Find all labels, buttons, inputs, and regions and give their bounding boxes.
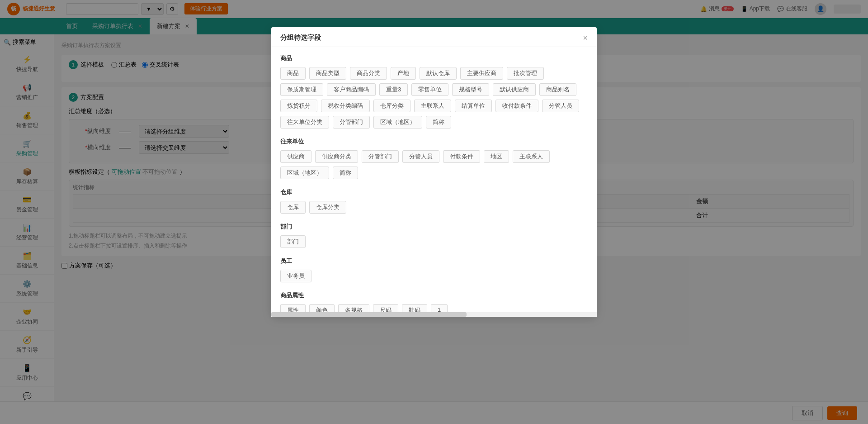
field-tag[interactable]: 分管人员 bbox=[402, 150, 439, 163]
field-tag[interactable]: 结算单位 bbox=[455, 100, 492, 112]
field-tag[interactable]: 地区 bbox=[484, 150, 509, 163]
field-tag[interactable]: 拣货积分 bbox=[280, 100, 317, 112]
field-tag[interactable]: 尺码 bbox=[373, 304, 398, 312]
field-group-partner-title: 往来单位 bbox=[280, 138, 588, 146]
field-tag[interactable]: 1 bbox=[431, 304, 448, 312]
field-tag[interactable]: 默认仓库 bbox=[420, 67, 457, 80]
field-group-department: 部门 部门 bbox=[280, 223, 588, 248]
field-tag[interactable]: 简称 bbox=[426, 116, 451, 129]
field-group-goods-title: 商品 bbox=[280, 54, 588, 62]
field-tag[interactable]: 默认供应商 bbox=[493, 83, 536, 96]
field-tags-employee: 业务员 bbox=[280, 270, 588, 282]
field-tags-partner: 供应商 供应商分类 分管部门 分管人员 付款条件 地区 主联系人 区域（地区） … bbox=[280, 150, 588, 179]
field-tag[interactable]: 主要供应商 bbox=[460, 67, 503, 80]
modal-dialog: 分组待选字段 × 商品 商品 商品类型 商品分类 产地 默认仓库 主要供应商 批… bbox=[271, 27, 597, 317]
field-tag[interactable]: 仓库分类 bbox=[309, 201, 346, 214]
field-group-department-title: 部门 bbox=[280, 223, 588, 231]
field-tag[interactable]: 商品别名 bbox=[539, 83, 576, 96]
field-tag[interactable]: 商品 bbox=[280, 67, 306, 80]
field-tag[interactable]: 往来单位分类 bbox=[280, 116, 329, 129]
modal-body: 商品 商品 商品类型 商品分类 产地 默认仓库 主要供应商 批次管理 保质期管理… bbox=[271, 47, 597, 312]
modal-overlay: 分组待选字段 × 商品 商品 商品类型 商品分类 产地 默认仓库 主要供应商 批… bbox=[0, 0, 868, 424]
field-tag[interactable]: 税收分类编码 bbox=[321, 100, 370, 112]
field-tag[interactable]: 规格型号 bbox=[452, 83, 489, 96]
field-tag[interactable]: 批次管理 bbox=[507, 67, 544, 80]
field-group-employee-title: 员工 bbox=[280, 257, 588, 265]
modal-header: 分组待选字段 × bbox=[271, 27, 597, 47]
field-tags-product-attr: 属性 颜色 多规格 尺码 鞋码 1 bbox=[280, 304, 588, 312]
field-tag[interactable]: 客户商品编码 bbox=[327, 83, 376, 96]
field-tags-department: 部门 bbox=[280, 235, 588, 248]
field-group-warehouse: 仓库 仓库 仓库分类 bbox=[280, 188, 588, 214]
field-tag[interactable]: 保质期管理 bbox=[280, 83, 323, 96]
field-tag[interactable]: 分管人员 bbox=[542, 100, 579, 112]
modal-title: 分组待选字段 bbox=[280, 33, 321, 42]
field-tag[interactable]: 收付款条件 bbox=[495, 100, 538, 112]
field-group-employee: 员工 业务员 bbox=[280, 257, 588, 282]
field-tag[interactable]: 业务员 bbox=[280, 270, 311, 282]
field-tag[interactable]: 鞋码 bbox=[402, 304, 427, 312]
field-tags-warehouse: 仓库 仓库分类 bbox=[280, 201, 588, 214]
field-tag[interactable]: 供应商分类 bbox=[315, 150, 358, 163]
field-group-goods: 商品 商品 商品类型 商品分类 产地 默认仓库 主要供应商 批次管理 保质期管理… bbox=[280, 54, 588, 129]
field-tag[interactable]: 分管部门 bbox=[333, 116, 370, 129]
modal-hscroll[interactable] bbox=[271, 312, 597, 317]
field-tag[interactable]: 部门 bbox=[280, 235, 306, 248]
field-tag[interactable]: 区域（地区） bbox=[280, 167, 329, 179]
field-tag[interactable]: 商品分类 bbox=[350, 67, 387, 80]
field-tag[interactable]: 重量3 bbox=[379, 83, 408, 96]
field-group-warehouse-title: 仓库 bbox=[280, 188, 588, 196]
field-tag[interactable]: 主联系人 bbox=[414, 100, 451, 112]
field-tag[interactable]: 简称 bbox=[333, 167, 358, 179]
field-group-product-attr: 商品属性 属性 颜色 多规格 尺码 鞋码 1 bbox=[280, 291, 588, 312]
field-tag[interactable]: 多规格 bbox=[338, 304, 369, 312]
field-tag[interactable]: 零售单位 bbox=[411, 83, 448, 96]
field-tag[interactable]: 产地 bbox=[391, 67, 416, 80]
field-tag[interactable]: 主联系人 bbox=[513, 150, 550, 163]
field-tag[interactable]: 商品类型 bbox=[309, 67, 346, 80]
field-tag[interactable]: 分管部门 bbox=[362, 150, 399, 163]
field-group-partner: 往来单位 供应商 供应商分类 分管部门 分管人员 付款条件 地区 主联系人 区域… bbox=[280, 138, 588, 179]
modal-hscroll-thumb bbox=[271, 312, 467, 317]
field-group-product-attr-title: 商品属性 bbox=[280, 291, 588, 300]
field-tag[interactable]: 供应商 bbox=[280, 150, 311, 163]
modal-close-button[interactable]: × bbox=[583, 34, 588, 42]
field-tag[interactable]: 属性 bbox=[280, 304, 306, 312]
field-tags-goods: 商品 商品类型 商品分类 产地 默认仓库 主要供应商 批次管理 保质期管理 客户… bbox=[280, 67, 588, 129]
field-tag[interactable]: 仓库 bbox=[280, 201, 306, 214]
field-tag[interactable]: 颜色 bbox=[309, 304, 335, 312]
field-tag[interactable]: 付款条件 bbox=[443, 150, 480, 163]
field-tag[interactable]: 区域（地区） bbox=[373, 116, 422, 129]
field-tag[interactable]: 仓库分类 bbox=[373, 100, 410, 112]
